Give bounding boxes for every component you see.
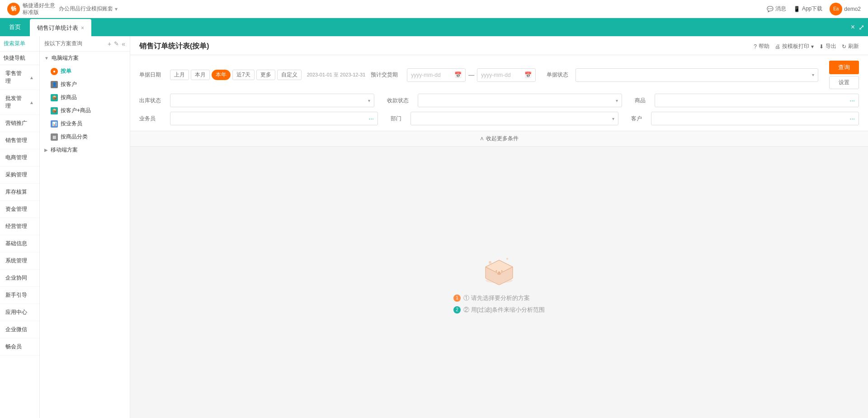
by-customer-icon: 👤	[51, 81, 58, 88]
maximize-btn[interactable]: ⤢	[859, 23, 864, 32]
payment-label: 收款状态	[387, 97, 409, 104]
empty-step1: 1 ① 请先选择要分析的方案	[453, 292, 545, 304]
query-btn[interactable]: 查询	[829, 61, 859, 74]
edit-scheme-btn[interactable]: ✎	[114, 40, 119, 47]
btn-last-7days[interactable]: 近7天	[232, 70, 255, 80]
pc-group-arrow: ▼	[44, 56, 49, 61]
sidebar-item-basic[interactable]: 基础信息	[0, 235, 39, 252]
product-label: 商品	[635, 97, 646, 104]
scheme-item-by-category[interactable]: ▦ 按商品分类	[40, 130, 130, 143]
logo-icon: 畅	[7, 3, 20, 15]
add-scheme-btn[interactable]: +	[108, 40, 111, 48]
btn-this-year[interactable]: 本年	[212, 70, 231, 80]
app-download-btn[interactable]: 📱 App下载	[793, 5, 822, 13]
date-dash: —	[468, 71, 474, 78]
avatar: Ea	[830, 3, 842, 15]
dept-select[interactable]: ▾	[410, 112, 618, 125]
sidebar-item-member[interactable]: 畅会员	[0, 338, 39, 356]
scheme-group-pc[interactable]: ▼ 电脑端方案	[40, 52, 130, 65]
quick-nav[interactable]: 快捷导航	[0, 52, 39, 65]
sidebar-item-newbie[interactable]: 新手引导	[0, 287, 39, 304]
svg-point-4	[498, 271, 500, 273]
sidebar-item-marketing[interactable]: 营销推广	[0, 115, 39, 132]
btn-this-month[interactable]: 本月	[191, 70, 210, 80]
delivery-select[interactable]: ▾	[170, 94, 374, 107]
scheme-item-by-customer[interactable]: 👤 按客户	[40, 78, 130, 91]
tab-home[interactable]: 首页	[0, 18, 30, 36]
sidebar-item-app-center[interactable]: 应用中心	[0, 304, 39, 321]
refresh-btn[interactable]: ↻ 刷新	[842, 43, 859, 50]
dept-arrow: ▾	[612, 116, 614, 121]
sidebar-item-sales[interactable]: 销售管理	[0, 132, 39, 149]
template-print-btn[interactable]: 🖨 按模板打印 ▾	[775, 43, 814, 50]
product-dots[interactable]: ···	[849, 97, 855, 104]
sidebar-item-finance[interactable]: 资金管理	[0, 201, 39, 218]
tab-active[interactable]: 销售订单统计表 ×	[30, 19, 91, 37]
customer-label: 客户	[631, 115, 642, 123]
user-area[interactable]: Ea demo2	[830, 3, 861, 15]
top-header: 畅 畅捷通好生意 标准版 办公用品行业模拟账套 ▾ 💬 消息 📱 App下载 E…	[0, 0, 868, 18]
page-header: 销售订单统计表(按单) ? 帮助 🖨 按模板打印 ▾ ⬇ 导出 ↻ 刷新	[130, 36, 868, 55]
step2-circle: 2	[453, 306, 461, 314]
sidebar-item-wechat[interactable]: 企业微信	[0, 321, 39, 338]
scheme-group-mobile[interactable]: ▶ 移动端方案	[40, 143, 130, 157]
staff-dots[interactable]: ···	[368, 115, 374, 122]
sidebar-item-enterprise[interactable]: 企业协同	[0, 270, 39, 287]
scheme-item-by-cust-prod[interactable]: 📦 按客户+商品	[40, 104, 130, 117]
help-icon: ?	[754, 43, 757, 50]
sidebar-item-operations[interactable]: 经营管理	[0, 218, 39, 235]
minimize-btn[interactable]: ×	[851, 23, 855, 31]
sidebar: 搜索菜单 快捷导航 零售管理 ▲ 批发管理 ▲ 营销推广 销售管理 电商管理 采…	[0, 36, 40, 418]
scheme-list: ▼ 电脑端方案 ● 按单 👤 按客户 📦 按商品 📦 按客户+商品	[40, 52, 130, 418]
btn-last-month[interactable]: 上月	[170, 70, 189, 80]
collapse-panel-btn[interactable]: «	[122, 40, 125, 48]
calendar-end-icon: 📅	[524, 71, 532, 78]
tab-close-icon[interactable]: ×	[81, 25, 84, 31]
status-label: 单据状态	[547, 71, 568, 79]
print-arrow-icon: ▾	[811, 43, 814, 50]
customer-dots[interactable]: ···	[849, 115, 855, 122]
message-btn[interactable]: 💬 消息	[767, 5, 786, 13]
by-order-icon: ●	[51, 68, 58, 75]
status-select-arrow: ▾	[812, 72, 814, 77]
export-btn[interactable]: ⬇ 导出	[819, 43, 836, 50]
help-btn[interactable]: ? 帮助	[754, 43, 769, 50]
dept-label: 部门	[391, 115, 401, 123]
btn-more[interactable]: 更多	[256, 70, 275, 80]
header-left: 畅 畅捷通好生意 标准版 办公用品行业模拟账套 ▾	[7, 2, 118, 15]
empty-illustration	[476, 249, 522, 285]
search-menu[interactable]: 搜索菜单	[0, 36, 39, 52]
empty-state: 1 ① 请先选择要分析的方案 2 ② 用[过滤]条件来缩小分析范围	[130, 147, 868, 418]
customer-select[interactable]: ···	[651, 112, 859, 125]
sidebar-item-purchase[interactable]: 采购管理	[0, 166, 39, 184]
settings-btn[interactable]: 设置	[829, 76, 859, 89]
breadcrumb-dropdown[interactable]: ▾	[115, 6, 118, 12]
sidebar-item-retail[interactable]: 零售管理 ▲	[0, 65, 39, 90]
date-range-text: 2023-01-01 至 2023-12-31	[307, 71, 366, 78]
btn-custom[interactable]: 自定义	[277, 70, 302, 80]
staff-select[interactable]: ···	[170, 112, 378, 125]
header-right: 💬 消息 📱 App下载 Ea demo2	[767, 3, 861, 15]
expected-date-end[interactable]: yyyy-mm-dd 📅	[477, 68, 536, 82]
wholesale-arrow: ▲	[29, 100, 34, 105]
filter-area: 单据日期 上月 本月 本年 近7天 更多 自定义 2023-01-01 至 20…	[130, 55, 868, 131]
mobile-group-arrow: ▶	[44, 147, 48, 152]
filter-row-3: 业务员 ··· 部门 ▾ 客户 ···	[139, 112, 859, 125]
page-actions: ? 帮助 🖨 按模板打印 ▾ ⬇ 导出 ↻ 刷新	[754, 43, 859, 50]
payment-select[interactable]: ▾	[418, 94, 622, 107]
scheme-item-by-staff[interactable]: 📊 按业务员	[40, 117, 130, 130]
expected-date-start[interactable]: yyyy-mm-dd 📅	[407, 68, 466, 82]
step1-circle: 1	[453, 294, 461, 302]
sidebar-item-wholesale[interactable]: 批发管理 ▲	[0, 90, 39, 115]
filter-row-2: 出库状态 ▾ 收款状态 ▾ 商品 ···	[139, 94, 859, 107]
product-select[interactable]: ···	[655, 94, 859, 107]
sidebar-item-system[interactable]: 系统管理	[0, 252, 39, 270]
sidebar-item-ecommerce[interactable]: 电商管理	[0, 149, 39, 166]
scheme-item-by-order[interactable]: ● 按单	[40, 65, 130, 78]
status-select[interactable]: ▾	[576, 68, 818, 82]
sidebar-item-inventory[interactable]: 库存核算	[0, 184, 39, 201]
collapse-bar[interactable]: ∧ 收起更多条件	[130, 131, 868, 147]
empty-step2: 2 ② 用[过滤]条件来缩小分析范围	[453, 304, 545, 316]
by-cust-prod-icon: 📦	[51, 107, 58, 114]
scheme-item-by-product[interactable]: 📦 按商品	[40, 91, 130, 104]
